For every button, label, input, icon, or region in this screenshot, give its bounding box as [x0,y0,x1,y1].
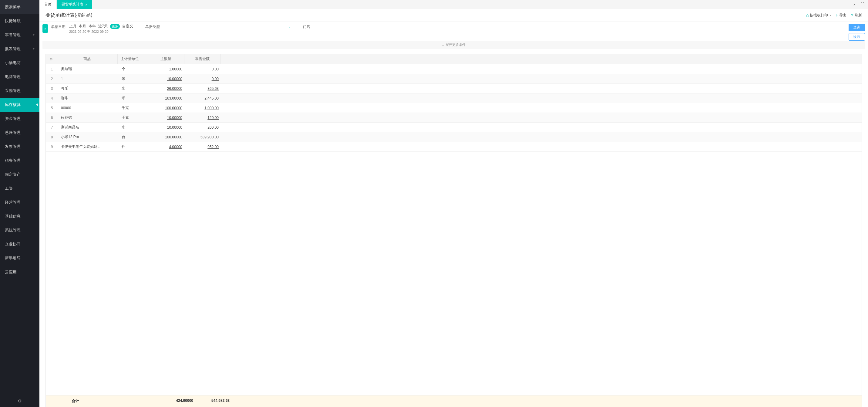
cell-qty[interactable]: 10.00000 [149,113,185,123]
cell-amount[interactable]: 1,000.00 [185,103,222,113]
col-header-qty[interactable]: 主数量 [148,54,184,64]
sidebar-item-18[interactable]: 新手引导 [0,251,39,265]
table-total-row: 合计 424.00000 544,982.63 [46,395,862,407]
cell-unit: 米 [119,74,149,84]
sidebar-item-label: 企业协同 [5,241,21,247]
sidebar-item-label: 系统管理 [5,228,21,233]
print-by-template-button[interactable]: ⎙ 按模板打印 ▾ [806,13,831,18]
cell-qty[interactable]: 1.00000 [149,64,185,74]
table-row[interactable]: 9卡伊美中老年女装妈妈...件4.00000952.00 [46,142,862,152]
cell-amount[interactable]: 0.00 [185,74,222,84]
cell-index: 7 [46,123,58,132]
sidebar-item-0[interactable]: 搜索菜单 [0,0,39,14]
cell-qty[interactable]: 10.00000 [149,123,185,132]
total-amount: 544,982.63 [196,399,232,404]
date-more-badge[interactable]: 更多 [110,24,120,29]
query-button[interactable]: 查询 [848,24,865,31]
tab-active[interactable]: 要货单统计表 × [57,0,92,9]
close-all-icon[interactable]: × [852,2,857,7]
cell-blank [222,93,862,103]
date-custom[interactable]: 自定义 [122,24,133,29]
export-icon: ⇩ [835,13,838,17]
cell-amount[interactable]: 120.00 [185,113,222,123]
cell-unit: 千克 [119,103,149,113]
store-select[interactable]: ⋯ [314,24,441,30]
col-header-amount[interactable]: 零售金额 [184,54,220,64]
export-button[interactable]: ⇩ 导出 [835,13,846,18]
date-recent7[interactable]: 近7天 [98,24,108,29]
cell-qty[interactable]: 100.00000 [149,103,185,113]
close-icon[interactable]: × [85,3,87,6]
cell-qty[interactable]: 10.00000 [149,74,185,84]
col-header-product[interactable]: 商品 [57,54,117,64]
table-settings-icon[interactable]: ⚙ [50,57,53,61]
total-qty: 424.00000 [160,399,196,404]
sidebar-item-6[interactable]: 采购管理 [0,84,39,98]
table-row[interactable]: 3可乐米26.00000365.63 [46,84,862,93]
table-row[interactable]: 1奥迪瑞个1.000000.00 [46,64,862,74]
cell-qty[interactable]: 4.00000 [149,142,185,152]
date-this-month[interactable]: 本月 [79,24,86,29]
filter-store-label: 门店 [303,24,310,29]
sidebar-item-2[interactable]: 零售管理▾ [0,28,39,42]
refresh-button[interactable]: ⟳ 刷新 [851,13,862,18]
sidebar-item-16[interactable]: 系统管理 [0,223,39,237]
table-row[interactable]: 500000千克100.000001,000.00 [46,103,862,113]
sidebar-item-14[interactable]: 经营管理 [0,196,39,209]
chevron-down-icon: ⌄ [288,26,291,29]
cell-unit: 千克 [119,113,149,123]
sidebar-item-15[interactable]: 基础信息 [0,209,39,223]
sidebar-item-8[interactable]: 资金管理 [0,112,39,126]
sidebar-item-4[interactable]: 小畅电商 [0,56,39,70]
cell-amount[interactable]: 2,445.00 [185,93,222,103]
cell-blank [222,84,862,93]
setting-button[interactable]: 设置 [848,33,865,41]
sidebar-item-19[interactable]: 云应用 [0,265,39,279]
settings-gear-icon[interactable]: ⚙ [18,399,22,403]
sidebar-item-3[interactable]: 批发管理▾ [0,42,39,56]
sidebar-item-17[interactable]: 企业协同 [0,237,39,251]
cell-amount[interactable]: 0.00 [185,64,222,74]
sidebar-item-11[interactable]: 税务管理 [0,153,39,168]
sidebar-item-label: 采购管理 [5,88,21,93]
cell-product: 碎花裙 [58,113,119,123]
tab-home[interactable]: 首页 [39,0,57,9]
cell-qty[interactable]: 100.00000 [149,132,185,142]
cell-qty[interactable]: 163.00000 [149,93,185,103]
cell-qty[interactable]: 26.00000 [149,84,185,93]
sidebar-item-5[interactable]: 电商管理 [0,70,39,84]
date-last-month[interactable]: 上月 [69,24,76,29]
sidebar: 搜索菜单快捷导航零售管理▾批发管理▾小畅电商电商管理采购管理库存核算资金管理总账… [0,0,39,407]
filter-doc-type-label: 单据类型 [145,24,160,29]
cell-index: 2 [46,74,58,84]
date-this-year[interactable]: 本年 [89,24,96,29]
doc-type-select[interactable]: ⌄ [163,24,291,30]
cell-unit: 件 [119,142,149,152]
sidebar-item-10[interactable]: 发票管理 [0,140,39,153]
cell-index: 6 [46,113,58,123]
fullscreen-icon[interactable]: ⛶ [859,2,866,7]
collapse-filter-button[interactable]: » [42,24,48,33]
chevron-down-icon: ▾ [33,47,35,50]
table-row[interactable]: 4咖啡米163.000002,445.00 [46,93,862,103]
sidebar-item-12[interactable]: 固定资产 [0,168,39,181]
cell-amount[interactable]: 539,900.00 [185,132,222,142]
sidebar-item-13[interactable]: 工资 [0,181,39,196]
sidebar-item-label: 云应用 [5,269,17,275]
cell-amount[interactable]: 365.63 [185,84,222,93]
cell-product: 00000 [58,103,119,113]
col-header-unit[interactable]: 主计量单位 [117,54,148,64]
cell-amount[interactable]: 952.00 [185,142,222,152]
table-row[interactable]: 7测试商品名米10.00000200.00 [46,123,862,132]
table-row[interactable]: 8小米12 Pro台100.00000539,900.00 [46,132,862,142]
table-row[interactable]: 21米10.000000.00 [46,74,862,84]
sidebar-item-9[interactable]: 总账管理 [0,126,39,140]
cell-amount[interactable]: 200.00 [185,123,222,132]
filter-date: 单据日期 上月 本月 本年 近7天 更多 自定义 2021-09-20 至 20… [51,24,133,34]
sidebar-item-label: 电商管理 [5,74,21,80]
table-row[interactable]: 6碎花裙千克10.00000120.00 [46,113,862,123]
expand-more-filters[interactable]: ⌄展开更多条件 [42,41,865,49]
sidebar-item-1[interactable]: 快捷导航 [0,14,39,28]
sidebar-item-7[interactable]: 库存核算 [0,98,39,112]
cell-blank [222,132,862,142]
